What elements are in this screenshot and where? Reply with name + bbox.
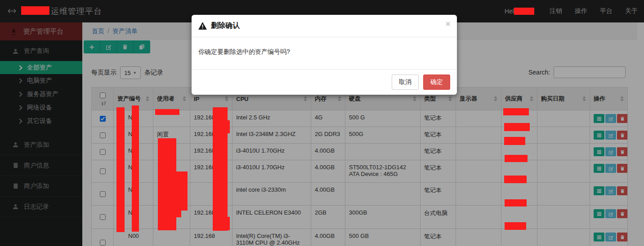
redaction-block <box>227 120 230 133</box>
dialog-footer: 取消 确定 <box>192 69 457 95</box>
redaction-block <box>504 137 525 145</box>
redaction-block <box>155 109 179 115</box>
redaction-block <box>21 6 49 15</box>
redaction-block <box>158 138 176 230</box>
redaction-block <box>176 210 181 217</box>
redaction-block <box>505 155 528 162</box>
dialog-header: 删除确认 × <box>192 15 457 37</box>
redaction-block <box>116 107 125 232</box>
redaction-block <box>503 108 529 115</box>
redaction-block <box>514 8 534 15</box>
redaction-block <box>176 171 188 211</box>
dialog-message: 你确定要删除选中的资产编号吗? <box>192 37 457 69</box>
dialog-title: 删除确认 <box>211 21 240 31</box>
redaction-block <box>132 105 139 232</box>
confirm-button[interactable]: 确定 <box>423 75 450 90</box>
redaction-block <box>504 123 530 131</box>
cancel-button[interactable]: 取消 <box>392 75 419 90</box>
delete-confirm-dialog: 删除确认 × 你确定要删除选中的资产编号吗? 取消 确定 <box>192 15 457 95</box>
redaction-block <box>505 199 527 206</box>
close-icon[interactable]: × <box>445 19 451 28</box>
redaction-block <box>505 222 526 230</box>
redaction-block <box>504 176 527 183</box>
redaction-block <box>227 217 230 230</box>
warning-icon <box>198 22 207 30</box>
redaction-block <box>213 107 228 231</box>
